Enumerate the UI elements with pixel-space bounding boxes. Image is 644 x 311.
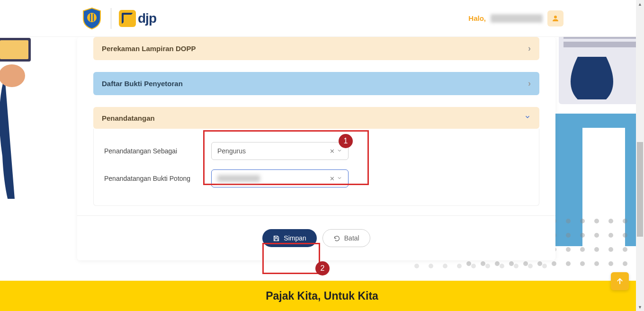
svg-point-58 (608, 261, 613, 266)
undo-icon (333, 235, 340, 242)
svg-point-20 (623, 219, 627, 223)
footer-slogan-text: Pajak Kita, Untuk Kita (266, 290, 378, 302)
svg-rect-1 (0, 40, 28, 59)
svg-point-32 (608, 233, 613, 238)
label-penandatangan-sebagai: Penandatangan Sebagai (102, 147, 211, 155)
user-name-redacted (491, 14, 543, 23)
svg-point-71 (87, 13, 97, 22)
svg-point-46 (623, 247, 627, 252)
svg-point-65 (471, 264, 476, 268)
svg-rect-5 (564, 42, 639, 47)
accordion-penandatangan-content: Penandatangan Sebagai Pengurus ✕ Penanda… (93, 129, 539, 206)
svg-point-29 (566, 233, 571, 238)
svg-point-64 (457, 264, 462, 268)
svg-point-59 (623, 261, 627, 266)
greeting-text: Halo, (468, 14, 486, 22)
svg-point-62 (429, 264, 433, 268)
footer-slogan-bar: Pajak Kita, Untuk Kita (0, 281, 644, 311)
svg-point-16 (566, 219, 571, 223)
svg-rect-73 (93, 14, 94, 21)
svg-point-17 (580, 219, 585, 223)
logo-group: djp (80, 7, 156, 30)
vertical-scrollbar[interactable]: ▲ ▼ (636, 0, 644, 311)
svg-point-67 (500, 264, 504, 268)
cancel-button[interactable]: Batal (322, 229, 370, 247)
scrollbar-down-button[interactable]: ▼ (636, 303, 644, 311)
select-penandatangan-bukti-potong[interactable]: ✕ (211, 169, 349, 187)
save-button[interactable]: Simpan (262, 229, 316, 247)
svg-point-45 (608, 247, 613, 252)
select-value: Pengurus (217, 147, 330, 155)
chevron-down-icon (524, 114, 531, 122)
svg-point-69 (528, 264, 533, 268)
scrollbar-up-button[interactable]: ▲ (636, 0, 644, 8)
djp-logo: djp (119, 10, 156, 27)
svg-point-43 (580, 247, 585, 252)
logo-divider (111, 8, 111, 29)
annotation-badge-1: 1 (339, 134, 353, 148)
form-row-bukti-potong: Penandatangan Bukti Potong ✕ (102, 169, 530, 187)
card-footer-actions: Simpan Batal (77, 215, 555, 260)
svg-point-2 (0, 64, 25, 87)
main-form-card: Perekaman Lampiran DOPP › Daftar Bukti P… (77, 37, 555, 260)
svg-point-74 (554, 16, 557, 18)
clear-icon[interactable]: ✕ (330, 148, 335, 155)
accordion-penandatangan-title: Penandatangan (102, 114, 155, 122)
select-penandatangan-sebagai[interactable]: Pengurus ✕ (211, 142, 349, 160)
bg-dots-pattern-small (412, 261, 554, 275)
select-value-redacted (217, 175, 260, 182)
chevron-right-icon: › (528, 44, 531, 53)
form-row-sebagai: Penandatangan Sebagai Pengurus ✕ (102, 142, 530, 160)
svg-point-55 (566, 261, 571, 266)
svg-point-42 (566, 247, 571, 252)
svg-point-30 (580, 233, 585, 238)
save-icon (273, 235, 280, 242)
label-penandatangan-bukti-potong: Penandatangan Bukti Potong (102, 175, 211, 182)
accordion-dopp-title: Perekaman Lampiran DOPP (102, 44, 196, 53)
djp-logo-icon (119, 10, 136, 27)
chevron-down-icon (337, 147, 342, 155)
app-header: djp Halo, (0, 0, 644, 37)
svg-point-66 (485, 264, 490, 268)
svg-point-56 (580, 261, 585, 266)
chevron-right-icon: › (528, 79, 531, 89)
accordion-penandatangan[interactable]: Penandatangan (93, 107, 539, 129)
svg-point-70 (542, 264, 547, 268)
svg-point-18 (594, 219, 599, 223)
chevron-down-icon (337, 175, 342, 182)
kemenkeu-logo-icon (80, 7, 103, 30)
scroll-to-top-button[interactable] (611, 272, 629, 290)
accordion-penyetoran[interactable]: Daftar Bukti Penyetoran › (93, 72, 539, 95)
svg-point-68 (514, 264, 519, 268)
scrollbar-thumb[interactable] (637, 142, 643, 237)
bg-illustration-left (0, 33, 76, 199)
svg-point-63 (443, 264, 447, 268)
annotation-badge-2: 2 (315, 261, 330, 275)
svg-point-61 (414, 264, 419, 268)
user-icon (551, 14, 560, 23)
user-menu-button[interactable] (547, 10, 564, 27)
accordion-penyetoran-title: Daftar Bukti Penyetoran (102, 80, 183, 88)
clear-icon[interactable]: ✕ (330, 175, 335, 182)
svg-rect-8 (549, 114, 644, 128)
svg-rect-72 (90, 14, 91, 21)
accordion-dopp[interactable]: Perekaman Lampiran DOPP › (93, 37, 539, 60)
arrow-up-icon (616, 277, 624, 285)
save-button-label: Simpan (284, 234, 306, 242)
svg-point-44 (594, 247, 599, 252)
svg-point-31 (594, 233, 599, 238)
header-user-area: Halo, (468, 10, 564, 27)
svg-point-33 (623, 233, 627, 238)
cancel-button-label: Batal (344, 234, 359, 242)
svg-point-57 (594, 261, 599, 266)
svg-point-19 (608, 219, 613, 223)
djp-logo-text: djp (138, 11, 156, 26)
